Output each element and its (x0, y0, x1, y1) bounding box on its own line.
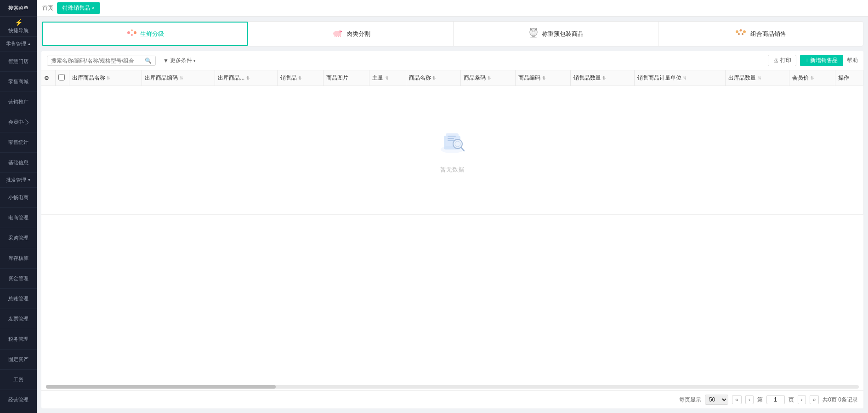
col-sale-quantity[interactable]: 销售品数量 ⇅ (570, 70, 634, 86)
print-icon: 🖨 (773, 57, 778, 64)
col-out-product-x[interactable]: 出库商品... ⇅ (215, 70, 278, 86)
col-settings[interactable]: ⚙ (41, 70, 55, 86)
tab-scale-prepack[interactable]: 称重预包装商品 (454, 22, 658, 46)
main-content: 首页 特殊销售品 × 生鲜分级 (37, 0, 868, 413)
retail-mgmt-arrow-icon: ▲ (28, 42, 31, 46)
help-button[interactable]: 帮助 (847, 57, 858, 64)
table-toolbar: 🔍 ▼ 更多条件 ▾ 🖨 打印 + 新增销售品 (41, 51, 863, 70)
prev-page-button[interactable]: ‹ (745, 395, 754, 404)
add-sale-item-button[interactable]: + 新增销售品 (800, 55, 843, 66)
col-out-product-code[interactable]: 出库商品编码 ⇅ (142, 70, 215, 86)
sort-icon-out-product-code: ⇅ (180, 76, 183, 80)
col-product-image[interactable]: 商品图片 (323, 70, 369, 86)
combo-icon (735, 28, 748, 40)
svg-point-22 (740, 29, 742, 32)
page-content: 生鲜分级 肉类分割 (37, 17, 868, 413)
sort-icon-product-barcode: ⇅ (488, 76, 491, 80)
sidebar-item-inventory[interactable]: 库存核算 (0, 248, 37, 269)
sort-icon-product-name: ⇅ (432, 76, 436, 80)
svg-point-0 (127, 31, 130, 34)
sort-icon-out-product-x: ⇅ (246, 76, 250, 80)
filter-arrow-icon: ▾ (193, 58, 196, 63)
select-all-checkbox[interactable] (58, 74, 65, 80)
next-page-button[interactable]: › (798, 395, 806, 404)
topbar-home-link[interactable]: 首页 (42, 4, 53, 12)
svg-point-7 (340, 31, 341, 31)
tab-fresh-grade[interactable]: 生鲜分级 (42, 22, 248, 46)
sidebar-item-finance[interactable]: 资金管理 (0, 269, 37, 289)
sidebar-logo[interactable]: 搜索菜单 (0, 0, 37, 17)
sidebar: 搜索菜单 ⚡ 快捷导航 零售管理 ▲ 智慧门店 零售商城 营销推广 会员中心 零… (0, 0, 37, 413)
topbar-active-tab[interactable]: 特殊销售品 × (57, 2, 100, 14)
sort-icon-sale-product: ⇅ (298, 76, 302, 80)
filter-button[interactable]: ▼ 更多条件 ▾ (159, 55, 199, 66)
col-sale-product[interactable]: 销售品 ⇅ (278, 70, 323, 86)
sort-icon-main-weight: ⇅ (385, 76, 389, 80)
col-member-price[interactable]: 会员价 ⇅ (789, 70, 835, 86)
svg-rect-29 (448, 136, 456, 137)
col-out-product-name[interactable]: 出库商品名称 ⇅ (69, 70, 142, 86)
col-action: 操作 (835, 70, 863, 86)
pig-icon (331, 28, 344, 40)
horizontal-scrollbar[interactable] (46, 385, 859, 389)
col-sale-unit[interactable]: 销售商品计量单位 ⇅ (634, 70, 725, 86)
sidebar-item-basic-info[interactable]: 基础信息 (0, 153, 37, 173)
col-product-code[interactable]: 商品编码 ⇅ (516, 70, 570, 86)
sidebar-item-ops-mgmt[interactable]: 经营管理 (0, 390, 37, 410)
first-page-button[interactable]: « (732, 395, 742, 404)
col-main-weight[interactable]: 主量 ⇅ (369, 70, 406, 86)
fresh-grade-icon (126, 28, 137, 40)
sidebar-item-basic-info2[interactable]: 基础信息 (0, 410, 37, 413)
empty-state: 暂无数据 (44, 90, 860, 211)
sidebar-item-quick-nav[interactable]: ⚡ 快捷导航 (0, 17, 37, 37)
page-size-select[interactable]: 50 10 20 100 (705, 395, 728, 405)
svg-rect-20 (530, 37, 537, 38)
svg-rect-11 (338, 36, 339, 37)
tab-meat-division[interactable]: 肉类分割 (248, 22, 453, 46)
pagination: 每页显示 50 10 20 100 « ‹ 第 页 › » 共0页 0条记录 (41, 390, 863, 408)
sidebar-item-purchase-mgmt[interactable]: 采购管理 (0, 228, 37, 248)
col-product-barcode[interactable]: 商品条码 ⇅ (461, 70, 516, 86)
search-box[interactable]: 🔍 (47, 56, 156, 66)
svg-point-25 (742, 33, 743, 35)
col-checkbox[interactable] (55, 70, 69, 86)
sidebar-item-retail-mgmt[interactable]: 零售管理 ▲ (0, 37, 37, 52)
sidebar-item-mini-ecom[interactable]: 小畅电商 (0, 188, 37, 208)
search-input[interactable] (51, 57, 143, 64)
scale-icon (528, 28, 539, 40)
col-out-quantity[interactable]: 出库品数量 ⇅ (726, 70, 789, 86)
filter-icon: ▼ (163, 57, 169, 64)
svg-rect-12 (340, 35, 341, 37)
quick-nav-icon: ⚡ (15, 19, 23, 26)
svg-point-23 (743, 30, 746, 33)
sidebar-item-general-ledger[interactable]: 总账管理 (0, 289, 37, 309)
page-label: 第 (757, 396, 763, 404)
sidebar-item-retail-mall[interactable]: 零售商城 (0, 72, 37, 92)
sidebar-item-ecom-mgmt[interactable]: 电商管理 (0, 208, 37, 228)
svg-point-3 (131, 34, 133, 36)
svg-rect-30 (448, 138, 454, 139)
sidebar-item-smart-store[interactable]: 智慧门店 (0, 52, 37, 72)
svg-point-8 (341, 31, 342, 31)
topbar: 首页 特殊销售品 × (37, 0, 868, 17)
sidebar-item-fixed-assets[interactable]: 固定资产 (0, 350, 37, 370)
scroll-thumb[interactable] (46, 385, 276, 389)
sidebar-item-member-center[interactable]: 会员中心 (0, 112, 37, 132)
sidebar-item-invoice-mgmt[interactable]: 发票管理 (0, 309, 37, 329)
last-page-button[interactable]: » (810, 395, 819, 404)
sidebar-item-tax-mgmt[interactable]: 税务管理 (0, 329, 37, 350)
print-button[interactable]: 🖨 打印 (768, 55, 796, 66)
category-tabs: 生鲜分级 肉类分割 (41, 21, 863, 46)
total-info: 共0页 0条记录 (823, 396, 858, 404)
search-icon[interactable]: 🔍 (145, 57, 152, 64)
svg-point-2 (134, 31, 136, 34)
sidebar-item-salary[interactable]: 工资 (0, 370, 37, 390)
tab-close-icon[interactable]: × (92, 6, 95, 11)
sidebar-item-wholesale-mgmt[interactable]: 批发管理 ▼ (0, 173, 37, 188)
sidebar-item-retail-stats[interactable]: 零售统计 (0, 132, 37, 153)
sidebar-item-sales-promo[interactable]: 营销推广 (0, 92, 37, 112)
tab-combo-sales[interactable]: 组合商品销售 (658, 22, 863, 46)
col-product-name[interactable]: 商品名称 ⇅ (406, 70, 460, 86)
empty-illustration (434, 126, 471, 160)
page-number-input[interactable] (766, 395, 785, 404)
